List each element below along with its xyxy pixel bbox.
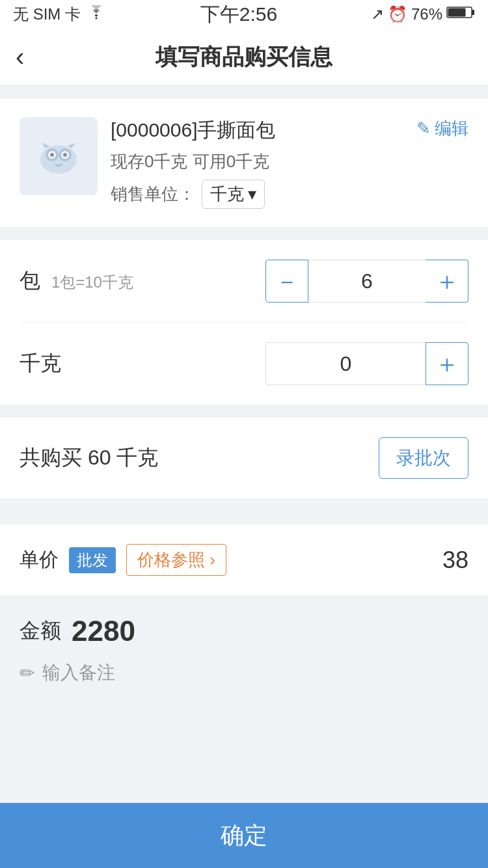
location-icon: ↗ [371,5,384,23]
product-stock: 现存0千克 可用0千克 [111,150,468,173]
edit-label: 编辑 [435,117,468,140]
batch-button[interactable]: 录批次 [379,437,468,479]
svg-point-10 [63,153,67,157]
remark-row[interactable]: ✏ 输入备注 [20,660,468,685]
dropdown-icon: ▾ [248,184,256,204]
battery-icon [446,5,475,23]
status-time: 下午2:56 [200,1,277,28]
price-value: 38 [442,547,468,574]
section-separator-1 [0,227,488,240]
product-card: [0000006]手撕面包 现存0千克 可用0千克 销售单位： 千克 ▾ ✎ 编… [0,99,488,227]
svg-rect-3 [448,8,465,17]
status-left: 无 SIM 卡 [13,4,107,25]
bao-qty-input[interactable] [308,260,426,303]
price-ref-button[interactable]: 价格参照 › [126,544,226,576]
product-thumbnail [33,137,85,176]
confirm-button[interactable]: 确定 [221,820,267,852]
input-section: 包 1包=10千克 － ＋ 千克 ＋ [0,240,488,405]
bao-sublabel: 1包=10千克 [51,273,133,291]
kg-row: 千克 ＋ [20,323,468,405]
remark-icon: ✏ [20,662,34,684]
amount-value: 2280 [72,615,135,647]
confirm-bar[interactable]: 确定 [0,803,488,868]
amount-row: 金额 2280 [20,615,468,647]
bao-plus-button[interactable]: ＋ [426,260,468,303]
remark-placeholder: 输入备注 [42,660,115,685]
product-unit: 销售单位： 千克 ▾ [111,180,468,209]
summary-section: 共购买 60 千克 录批次 [0,418,488,498]
svg-point-9 [50,153,54,157]
kg-label: 千克 [20,349,265,378]
bao-minus-button[interactable]: － [265,260,308,303]
edit-button[interactable]: ✎ 编辑 [416,117,468,140]
battery-label: 76% [411,5,442,23]
product-name: [0000006]手撕面包 [111,117,468,144]
svg-point-0 [96,18,98,20]
alarm-icon: ⏰ [388,5,407,23]
product-image [20,117,98,195]
bao-qty-control: － ＋ [265,260,468,303]
section-separator-3 [0,498,488,511]
kg-plus-button[interactable]: ＋ [426,342,468,385]
back-button[interactable]: ‹ [16,42,24,72]
svg-rect-2 [472,10,474,15]
product-info: [0000006]手撕面包 现存0千克 可用0千克 销售单位： 千克 ▾ [111,117,468,209]
unit-select[interactable]: 千克 ▾ [202,180,265,209]
kg-qty-control: ＋ [265,342,468,385]
bao-label: 包 1包=10千克 [20,267,265,295]
page-title: 填写商品购买信息 [156,42,332,72]
status-bar: 无 SIM 卡 下午2:56 ↗ ⏰ 76% [0,0,488,29]
price-section: 单价 批发 价格参照 › 38 [0,524,488,595]
carrier-label: 无 SIM 卡 [13,4,81,25]
price-type-tag: 批发 [69,547,116,573]
nav-bar: ‹ 填写商品购买信息 [0,29,488,86]
kg-qty-input[interactable] [265,342,426,385]
amount-section: 金额 2280 ✏ 输入备注 [0,595,488,705]
section-separator-2 [0,405,488,418]
bao-row: 包 1包=10千克 － ＋ [20,240,468,323]
edit-icon: ✎ [416,118,431,139]
svg-point-4 [40,145,77,174]
amount-label: 金额 [20,617,61,645]
price-label: 单价 [20,547,59,573]
unit-label: 销售单位： [111,183,195,206]
summary-text: 共购买 60 千克 [20,444,158,472]
status-right: ↗ ⏰ 76% [371,5,475,23]
wifi-icon [86,5,107,23]
